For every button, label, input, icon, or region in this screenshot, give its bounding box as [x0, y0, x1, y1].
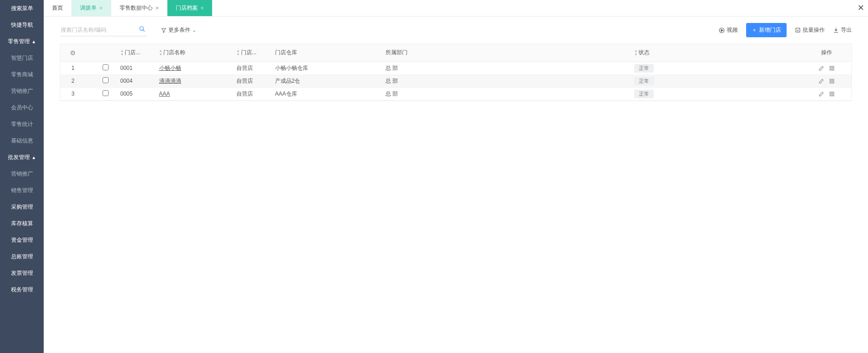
sidebar-item-retail-mall[interactable]: 零售商城: [0, 66, 44, 83]
cell-name: 小畅小畅: [155, 62, 233, 74]
tab-retail-data-center[interactable]: 零售数据中心 ×: [111, 0, 167, 16]
play-circle-icon: [719, 27, 725, 34]
row-edit-icon[interactable]: [818, 91, 824, 97]
row-edit-icon[interactable]: [818, 65, 824, 71]
header-settings[interactable]: ⚙: [60, 44, 86, 62]
close-icon[interactable]: ×: [201, 5, 204, 11]
sort-icon: ▲▼: [120, 49, 124, 57]
table-header-row: ⚙ ▲▼门店... ▲▼门店名称 ▲▼门店... 门店仓库 所属部门 ▲▼状态 …: [60, 44, 851, 62]
chevron-down-icon: ⌄: [192, 28, 196, 33]
status-badge: 正常: [634, 77, 654, 85]
svg-rect-10: [830, 79, 831, 80]
svg-rect-9: [833, 68, 834, 70]
svg-rect-14: [830, 92, 831, 93]
cell-pad: [86, 62, 94, 74]
more-filter-button[interactable]: 更多条件 ⌄: [161, 26, 196, 34]
svg-rect-7: [833, 66, 834, 68]
cell-type: 自营店: [233, 74, 271, 87]
cell-op: [802, 87, 851, 100]
svg-line-1: [143, 30, 145, 32]
row-checkbox[interactable]: [103, 90, 109, 96]
store-table: ⚙ ▲▼门店... ▲▼门店名称 ▲▼门店... 门店仓库 所属部门 ▲▼状态 …: [60, 44, 851, 101]
row-more-icon[interactable]: [829, 65, 835, 71]
sidebar-retail-mgmt[interactable]: 零售管理 ▲: [0, 33, 44, 50]
cell-dept: 总 部: [382, 87, 631, 100]
sidebar-item-ws-marketing[interactable]: 营销推广: [0, 165, 44, 182]
row-more-icon[interactable]: [829, 78, 835, 84]
filter-icon: [161, 28, 167, 33]
close-all-tabs-icon[interactable]: ✕: [857, 3, 864, 13]
sidebar-item-retail-stats[interactable]: 零售统计: [0, 116, 44, 132]
cell-index: 2: [60, 74, 86, 87]
caret-up-icon: ▲: [32, 155, 36, 160]
add-store-button[interactable]: ＋ 新增门店: [746, 23, 787, 37]
sidebar-item-member-center[interactable]: 会员中心: [0, 99, 44, 116]
svg-rect-5: [796, 28, 800, 32]
sort-icon: ▲▼: [236, 49, 240, 57]
sidebar-item-smart-store[interactable]: 智慧门店: [0, 50, 44, 66]
store-name-link[interactable]: AAA: [159, 91, 170, 97]
cell-checkbox: [94, 74, 116, 87]
row-more-icon[interactable]: [829, 91, 835, 97]
sidebar-item-ledger[interactable]: 总账管理: [0, 248, 44, 265]
export-label: 导出: [841, 26, 852, 34]
row-checkbox[interactable]: [103, 77, 109, 83]
cell-pad: [86, 87, 94, 100]
store-name-link[interactable]: 小畅小畅: [159, 65, 181, 71]
search-icon[interactable]: [139, 26, 145, 32]
table-row: 10001小畅小畅自营店小畅小畅仓库总 部正常: [60, 62, 851, 74]
cell-code: 0005: [116, 87, 155, 100]
plus-icon: ＋: [752, 26, 757, 34]
header-status[interactable]: ▲▼状态: [631, 44, 802, 62]
sidebar-item-invoice[interactable]: 发票管理: [0, 265, 44, 281]
sidebar-item-purchase[interactable]: 采购管理: [0, 199, 44, 215]
cell-checkbox: [94, 62, 116, 74]
sidebar-item-inventory[interactable]: 库存核算: [0, 215, 44, 232]
batch-op-label: 批量操作: [803, 26, 825, 34]
header-code[interactable]: ▲▼门店...: [116, 44, 155, 62]
tab-home[interactable]: 首页: [44, 0, 72, 16]
more-filter-label: 更多条件: [168, 26, 190, 34]
svg-rect-16: [830, 94, 831, 96]
sidebar-item-ws-sales[interactable]: 销售管理: [0, 182, 44, 199]
cell-index: 3: [60, 87, 86, 100]
sidebar-item-basic-info[interactable]: 基础信息: [0, 132, 44, 149]
search-wrap: [60, 24, 147, 36]
header-type[interactable]: ▲▼门店...: [233, 44, 271, 62]
tab-transfer-order[interactable]: 调拨单 ×: [72, 0, 111, 16]
sidebar-item-funds[interactable]: 资金管理: [0, 232, 44, 248]
store-name-link[interactable]: 滴滴滴滴: [159, 78, 181, 84]
sort-icon: ▲▼: [159, 49, 163, 57]
row-edit-icon[interactable]: [818, 78, 824, 84]
header-name[interactable]: ▲▼门店名称: [155, 44, 233, 62]
sidebar-quick-nav[interactable]: 快捷导航: [0, 17, 44, 33]
main-area: ✕ 首页 调拨单 × 零售数据中心 × 门店档案 ×: [44, 0, 868, 353]
svg-marker-2: [162, 28, 166, 33]
tab-store-archive[interactable]: 门店档案 ×: [167, 0, 213, 16]
sidebar-item-tax[interactable]: 税务管理: [0, 281, 44, 298]
toolbar: 更多条件 ⌄ 视频 ＋ 新增门店 批量操作: [44, 17, 868, 44]
svg-rect-15: [833, 92, 834, 93]
close-icon[interactable]: ×: [99, 5, 103, 11]
add-store-label: 新增门店: [759, 26, 781, 34]
search-input[interactable]: [60, 24, 147, 36]
export-button[interactable]: 导出: [833, 26, 852, 34]
sidebar-wholesale-mgmt[interactable]: 批发管理 ▲: [0, 149, 44, 165]
sidebar-search-menu[interactable]: 搜索菜单: [0, 0, 44, 17]
batch-op-button[interactable]: 批量操作: [795, 26, 825, 34]
header-op: 操作: [802, 44, 851, 62]
cell-op: [802, 62, 851, 74]
sidebar-item-marketing[interactable]: 营销推广: [0, 83, 44, 99]
table-row: 20004滴滴滴滴自营店产成品2仓总 部正常: [60, 74, 851, 87]
video-link[interactable]: 视频: [719, 26, 738, 34]
row-checkbox[interactable]: [103, 64, 109, 70]
svg-marker-4: [721, 29, 723, 31]
header-index: [86, 44, 94, 62]
tab-bar: 首页 调拨单 × 零售数据中心 × 门店档案 ×: [44, 0, 868, 17]
cell-pad: [86, 74, 94, 87]
header-dept: 所属部门: [382, 44, 631, 62]
svg-rect-8: [830, 68, 831, 70]
cell-checkbox: [94, 87, 116, 100]
close-icon[interactable]: ×: [155, 5, 159, 11]
svg-rect-11: [833, 79, 834, 80]
